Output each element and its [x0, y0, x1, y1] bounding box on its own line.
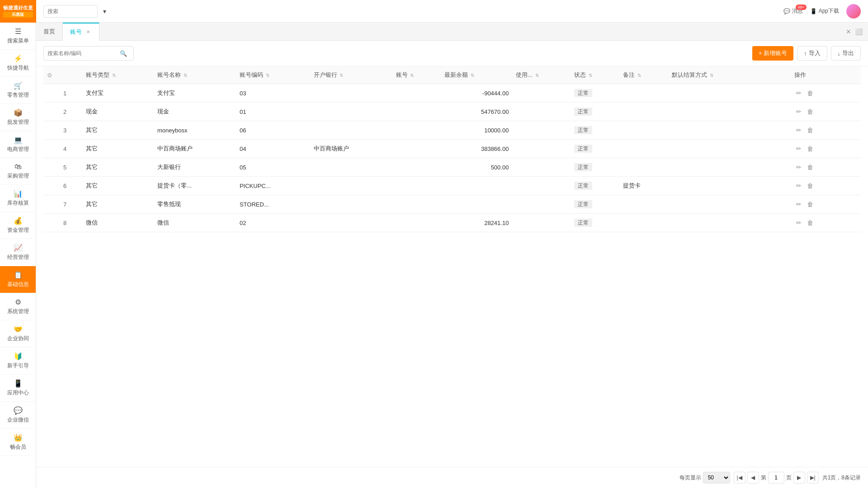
row-usage-cell	[512, 121, 571, 140]
sidebar-item-retail-mgmt[interactable]: 🛒 零售管理	[0, 77, 36, 104]
page-first-button[interactable]: |◀	[734, 472, 745, 483]
enterprise-icon: 🤝	[2, 325, 34, 333]
col-header-balance[interactable]: 最新余额 ⇅	[441, 66, 512, 84]
topbar: ▾ 💬 消息 99+ 📱 App下载	[36, 0, 868, 23]
gear-icon[interactable]: ⚙	[47, 72, 52, 79]
row-name-cell: 大新银行	[154, 158, 236, 177]
topbar-message[interactable]: 💬 消息 99+	[783, 7, 803, 15]
sidebar-item-operation-mgmt[interactable]: 📈 经营管理	[0, 239, 36, 266]
table-row: 7 其它 零售抵现 STORED... 正常 ✏ 🗑	[43, 195, 861, 214]
delete-button[interactable]: 🗑	[805, 126, 815, 135]
export-button[interactable]: ↓ 导出	[831, 46, 861, 61]
sidebar-item-ecommerce-mgmt[interactable]: 💻 电商管理	[0, 131, 36, 158]
col-header-usage[interactable]: 使用... ⇅	[512, 66, 571, 84]
row-default-payment-cell	[668, 195, 791, 214]
col-header-status[interactable]: 状态 ⇅	[571, 66, 619, 84]
row-bank-cell	[310, 84, 392, 103]
quick-nav-icon: ⚡	[2, 54, 34, 63]
sidebar-item-vip[interactable]: 👑 畅会员	[0, 429, 36, 456]
tab-account[interactable]: 账号 ✕	[63, 23, 99, 41]
row-default-payment-cell	[668, 177, 791, 195]
sort-account-icon: ⇅	[410, 73, 414, 78]
edit-button[interactable]: ✏	[794, 181, 803, 190]
edit-button[interactable]: ✏	[794, 107, 803, 116]
accounts-table: ⚙ 账号类型 ⇅ 账号名称 ⇅ 账号编码 ⇅ 开户银行 ⇅ 账号 ⇅ 最新余额 …	[43, 66, 861, 232]
vip-icon: 👑	[2, 433, 34, 442]
row-usage-cell	[512, 195, 571, 214]
sidebar-item-label: 采购管理	[2, 172, 34, 180]
row-code-cell: 02	[236, 214, 310, 232]
edit-button[interactable]: ✏	[794, 200, 803, 209]
edit-button[interactable]: ✏	[794, 144, 803, 153]
topbar-app-download[interactable]: 📱 App下载	[810, 7, 839, 15]
logo-text: 畅捷通好生意	[3, 5, 33, 11]
delete-button[interactable]: 🗑	[805, 181, 815, 190]
sort-balance-icon: ⇅	[471, 73, 474, 78]
topbar-dropdown-icon[interactable]: ▾	[103, 8, 106, 15]
sidebar-item-enterprise-wechat[interactable]: 💬 企业微信	[0, 402, 36, 429]
window-maximize-button[interactable]: ⬜	[853, 26, 864, 37]
col-header-remark[interactable]: 备注 ⇅	[619, 66, 668, 84]
row-balance-cell: -90444.00	[441, 84, 512, 103]
page-last-button[interactable]: ▶|	[807, 472, 819, 483]
table-row: 5 其它 大新银行 05 500.00 正常 ✏ 🗑	[43, 158, 861, 177]
row-bank-cell	[310, 158, 392, 177]
sidebar-item-search-menu[interactable]: ☰ 搜索菜单	[0, 23, 36, 50]
table-row: 4 其它 中百商场账户 04 中百商场账户 383866.00 正常 ✏ 🗑	[43, 140, 861, 158]
sidebar-item-new-guide[interactable]: 🔰 新手引导	[0, 347, 36, 375]
sidebar-item-system-mgmt[interactable]: ⚙ 系统管理	[0, 293, 36, 320]
row-default-payment-cell	[668, 121, 791, 140]
edit-button[interactable]: ✏	[794, 126, 803, 135]
edit-button[interactable]: ✏	[794, 163, 803, 172]
topbar-search-input[interactable]	[43, 5, 98, 18]
sort-type-icon: ⇅	[112, 73, 116, 78]
sort-status-icon: ⇅	[589, 73, 592, 78]
sidebar-item-finance-mgmt[interactable]: 💰 资金管理	[0, 212, 36, 239]
row-gear-cell	[43, 195, 60, 214]
row-bank-cell	[310, 177, 392, 195]
tab-home[interactable]: 首页	[36, 23, 63, 41]
row-status-cell: 正常	[571, 214, 619, 232]
add-account-button[interactable]: + 新增账号	[752, 46, 793, 61]
sidebar-item-app-center[interactable]: 📱 应用中心	[0, 375, 36, 402]
search-input[interactable]	[47, 50, 120, 56]
row-status-cell: 正常	[571, 121, 619, 140]
page-size-select[interactable]: 50 100 200	[703, 472, 730, 483]
row-usage-cell	[512, 177, 571, 195]
delete-button[interactable]: 🗑	[805, 144, 815, 153]
sidebar: 畅捷通好生意 乐惠版 ☰ 搜索菜单 ⚡ 快捷导航 🛒 零售管理 📦 批发管理 💻…	[0, 0, 36, 488]
import-button[interactable]: ↑ 导入	[797, 46, 827, 61]
delete-button[interactable]: 🗑	[805, 200, 815, 209]
col-header-name[interactable]: 账号名称 ⇅	[154, 66, 236, 84]
page-prev-button[interactable]: ◀	[747, 472, 759, 483]
page-number-input[interactable]	[768, 472, 784, 483]
status-badge: 正常	[574, 219, 592, 227]
delete-button[interactable]: 🗑	[805, 218, 815, 227]
col-header-default-payment[interactable]: 默认结算方式 ⇅	[668, 66, 791, 84]
col-header-num	[60, 66, 82, 84]
sidebar-item-enterprise-agreement[interactable]: 🤝 企业协同	[0, 320, 36, 347]
sidebar-item-purchase-mgmt[interactable]: 🛍 采购管理	[0, 158, 36, 185]
edit-button[interactable]: ✏	[794, 89, 803, 98]
delete-button[interactable]: 🗑	[805, 163, 815, 172]
tab-account-close[interactable]: ✕	[85, 28, 92, 36]
user-avatar[interactable]	[846, 4, 861, 19]
delete-button[interactable]: 🗑	[805, 89, 815, 98]
sidebar-item-basic-info[interactable]: 📋 基础信息	[0, 266, 36, 293]
edit-button[interactable]: ✏	[794, 218, 803, 227]
window-close-button[interactable]: ✕	[844, 26, 853, 37]
col-header-code[interactable]: 账号编码 ⇅	[236, 66, 310, 84]
search-icon[interactable]: 🔍	[120, 50, 127, 57]
sidebar-item-label: 新手引导	[2, 362, 34, 370]
sidebar-item-wholesale-mgmt[interactable]: 📦 批发管理	[0, 104, 36, 131]
page-next-button[interactable]: ▶	[793, 472, 805, 483]
delete-button[interactable]: 🗑	[805, 107, 815, 116]
sidebar-item-quick-nav[interactable]: ⚡ 快捷导航	[0, 50, 36, 77]
row-name-cell: 现金	[154, 103, 236, 121]
row-default-payment-cell	[668, 158, 791, 177]
col-header-account[interactable]: 账号 ⇅	[392, 66, 441, 84]
row-name-cell: 中百商场账户	[154, 140, 236, 158]
sidebar-item-inventory[interactable]: 📊 库存核算	[0, 185, 36, 212]
col-header-type[interactable]: 账号类型 ⇅	[82, 66, 154, 84]
col-header-bank[interactable]: 开户银行 ⇅	[310, 66, 392, 84]
